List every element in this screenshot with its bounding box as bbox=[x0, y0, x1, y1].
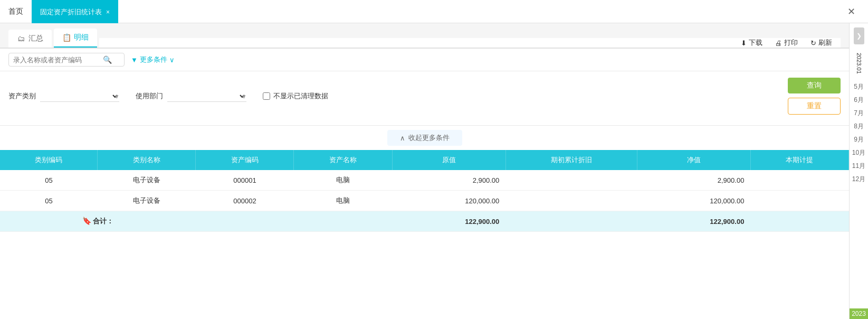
sidebar-month-item[interactable]: 8月 bbox=[852, 120, 865, 133]
cell-category-code: 05 bbox=[0, 170, 98, 191]
tab-summary-label: 汇总 bbox=[28, 34, 43, 43]
cell-current-provision bbox=[750, 170, 848, 191]
cell-total-net: 122,900.00 bbox=[637, 211, 750, 232]
asset-category-dropdown-icon: ▾ bbox=[115, 92, 119, 100]
cell-category-name: 电子设备 bbox=[98, 170, 196, 191]
table-row: 05 电子设备 000001 电脑 2,900.00 2,900.00 bbox=[0, 170, 849, 191]
cell-net-value: 120,000.00 bbox=[637, 191, 750, 211]
cell-category-code: 05 bbox=[0, 191, 98, 211]
collapse-bar: ∧ 收起更多条件 bbox=[0, 126, 849, 150]
filter-actions: 查询 重置 bbox=[788, 78, 841, 115]
department-label: 使用部门 bbox=[136, 91, 163, 101]
cell-asset-code: 000001 bbox=[196, 170, 294, 191]
print-label: 打印 bbox=[784, 38, 798, 48]
table-header-row: 类别编码 类别名称 资产编码 资产名称 原值 期初累计折旧 净值 本期计提 bbox=[0, 150, 849, 170]
download-button[interactable]: ⬇ 下载 bbox=[741, 38, 762, 48]
print-button[interactable]: 🖨 打印 bbox=[775, 38, 798, 48]
date-label: 2023.01 bbox=[856, 53, 862, 74]
cell-current-provision bbox=[750, 191, 848, 211]
cell-category-name: 电子设备 bbox=[98, 191, 196, 211]
filter-section: 资产类别 ▾ 使用部门 ▾ 不显示已清理数据 bbox=[0, 71, 849, 126]
download-label: 下载 bbox=[749, 38, 762, 48]
th-asset-name: 资产名称 bbox=[294, 150, 392, 170]
tab-summary[interactable]: 🗂 汇总 bbox=[8, 30, 52, 48]
top-nav: 首页 固定资产折旧统计表 × ✕ bbox=[0, 0, 868, 23]
refresh-button[interactable]: ↻ 刷新 bbox=[810, 38, 832, 48]
nav-tab-close-icon[interactable]: × bbox=[106, 8, 110, 16]
cell-net-value: 2,900.00 bbox=[637, 170, 750, 191]
cell-total-accum bbox=[505, 211, 637, 232]
search-bar: 🔍 ▼ 更多条件 ∨ bbox=[0, 49, 849, 71]
cell-asset-code: 000002 bbox=[196, 191, 294, 211]
cell-original-value: 2,900.00 bbox=[392, 170, 505, 191]
refresh-icon: ↻ bbox=[810, 39, 816, 47]
hide-cleared-checkbox[interactable] bbox=[263, 92, 270, 100]
tab-detail-label: 明细 bbox=[74, 33, 89, 42]
th-category-code: 类别编码 bbox=[0, 150, 98, 170]
more-filter-label: 更多条件 bbox=[140, 55, 167, 64]
month-list: 5月6月7月8月9月10月11月12月 bbox=[852, 80, 865, 186]
cell-total-provision bbox=[750, 211, 848, 232]
tab-bar: 🗂 汇总 📋 明细 ⬇ 下载 🖨 打印 ↻ 刷新 bbox=[0, 23, 849, 49]
layers-icon: 🗂 bbox=[17, 34, 25, 43]
search-input[interactable] bbox=[13, 56, 103, 64]
cell-total-icon: 🔖 合计： bbox=[0, 211, 196, 232]
total-label: 合计： bbox=[93, 217, 113, 225]
search-icon[interactable]: 🔍 bbox=[103, 55, 112, 64]
department-field: 使用部门 ▾ bbox=[136, 90, 246, 102]
search-input-wrap: 🔍 bbox=[8, 53, 125, 67]
nav-tab-label: 固定资产折旧统计表 bbox=[40, 7, 102, 17]
cell-accum-depreciation bbox=[505, 191, 637, 211]
collapse-label: 收起更多条件 bbox=[408, 133, 450, 143]
th-category-name: 类别名称 bbox=[98, 150, 196, 170]
th-net-value: 净值 bbox=[637, 150, 750, 170]
chevron-down-icon: ∨ bbox=[169, 56, 175, 64]
th-current-provision: 本期计提 bbox=[750, 150, 848, 170]
collapse-up-icon: ∧ bbox=[400, 134, 405, 142]
print-icon: 🖨 bbox=[775, 39, 782, 47]
sidebar-month-item[interactable]: 9月 bbox=[852, 133, 865, 146]
sidebar-expand-arrow[interactable]: ❯ bbox=[854, 27, 864, 44]
department-select[interactable] bbox=[167, 90, 246, 102]
cell-asset-name: 电脑 bbox=[294, 191, 392, 211]
sidebar-month-item[interactable]: 7月 bbox=[852, 107, 865, 120]
refresh-label: 刷新 bbox=[818, 38, 832, 48]
filter-row: 资产类别 ▾ 使用部门 ▾ 不显示已清理数据 bbox=[8, 78, 841, 115]
asset-category-label: 资产类别 bbox=[8, 91, 36, 101]
list-icon: 📋 bbox=[62, 33, 71, 42]
th-original-value: 原值 bbox=[392, 150, 505, 170]
cell-accum-depreciation bbox=[505, 170, 637, 191]
window-close-button[interactable]: ✕ bbox=[843, 6, 860, 17]
query-button[interactable]: 查询 bbox=[788, 78, 841, 93]
total-row: 🔖 合计： 122,900.00 122,900.00 bbox=[0, 211, 849, 232]
sidebar-month-item[interactable]: 11月 bbox=[852, 160, 865, 173]
main-content: 🗂 汇总 📋 明细 ⬇ 下载 🖨 打印 ↻ 刷新 bbox=[0, 23, 868, 319]
collapse-button[interactable]: ∧ 收起更多条件 bbox=[387, 130, 462, 146]
cell-total-original: 122,900.00 bbox=[392, 211, 505, 232]
sidebar-month-item[interactable]: 6月 bbox=[852, 93, 865, 107]
left-panel: 🗂 汇总 📋 明细 ⬇ 下载 🖨 打印 ↻ 刷新 bbox=[0, 23, 849, 319]
asset-category-field: 资产类别 ▾ bbox=[8, 90, 119, 102]
tab-detail[interactable]: 📋 明细 bbox=[54, 29, 97, 48]
right-sidebar: ❯ 2023.01 5月6月7月8月9月10月11月12月 2023 bbox=[849, 23, 868, 319]
sidebar-month-item[interactable]: 10月 bbox=[852, 146, 865, 160]
year-badge[interactable]: 2023 bbox=[850, 308, 868, 319]
department-dropdown-icon: ▾ bbox=[242, 92, 246, 100]
sidebar-month-item[interactable]: 5月 bbox=[852, 80, 865, 93]
date-display: 2023.01 bbox=[856, 53, 862, 74]
nav-home[interactable]: 首页 bbox=[8, 7, 32, 16]
table-wrap: 类别编码 类别名称 资产编码 资产名称 原值 期初累计折旧 净值 本期计提 05… bbox=[0, 150, 849, 319]
data-table: 类别编码 类别名称 资产编码 资产名称 原值 期初累计折旧 净值 本期计提 05… bbox=[0, 150, 849, 232]
cell-original-value: 120,000.00 bbox=[392, 191, 505, 211]
hide-cleared-label: 不显示已清理数据 bbox=[273, 91, 328, 101]
asset-category-select[interactable] bbox=[40, 90, 119, 102]
more-filter-button[interactable]: ▼ 更多条件 ∨ bbox=[131, 55, 175, 64]
cell-asset-name: 电脑 bbox=[294, 170, 392, 191]
table-row: 05 电子设备 000002 电脑 120,000.00 120,000.00 bbox=[0, 191, 849, 211]
th-accum-depreciation: 期初累计折旧 bbox=[505, 150, 637, 170]
cell-total-spacer1 bbox=[196, 211, 294, 232]
reset-button[interactable]: 重置 bbox=[788, 98, 841, 115]
sidebar-month-item[interactable]: 12月 bbox=[852, 173, 865, 186]
th-asset-code: 资产编码 bbox=[196, 150, 294, 170]
nav-tab-depreciation[interactable]: 固定资产折旧统计表 × bbox=[32, 0, 118, 23]
